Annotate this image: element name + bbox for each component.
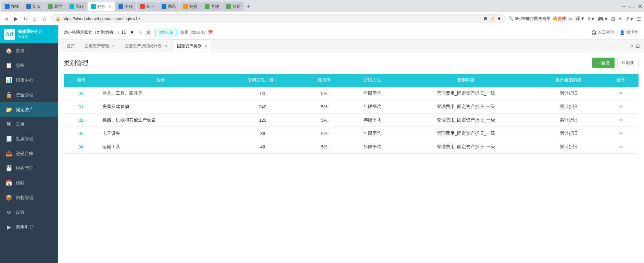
browser-tab-online[interactable]: 在线 <box>1 2 23 11</box>
sidebar-item-purchase-sale[interactable]: 📥 进销台账 <box>0 146 58 161</box>
tab-depreciation-label: 固定资产折旧统计表 <box>125 43 162 49</box>
sidebar-item-tax[interactable]: 💾 税务管理 <box>0 161 58 176</box>
col-header-method: 折旧方法 <box>346 74 399 87</box>
translate-icon[interactable]: 译▼ <box>576 16 585 22</box>
window-minimize-icon[interactable]: ─ <box>622 3 626 10</box>
url-expand-icon[interactable]: ▼ <box>497 16 502 21</box>
ledger-icon: 📋 <box>5 62 12 69</box>
tab-close-fixed-mgmt[interactable]: ✕ <box>112 44 115 48</box>
col-header-residual: 残值率 <box>302 74 346 87</box>
edit-icon[interactable]: ✏ <box>619 117 623 123</box>
tab-close-haokuai[interactable]: ✕ <box>108 4 111 9</box>
tab-close-all-button[interactable]: ✕ <box>630 43 634 49</box>
sidebar-item-home[interactable]: 🏠 首页 <box>0 43 58 58</box>
browser-tab-changti[interactable]: 畅提 <box>180 2 201 11</box>
user-info: 刘小艳演示账套（勿删勿动！）11 <box>64 29 126 35</box>
cell-expense: 管理费用_固定资产折旧_一级 <box>399 127 533 140</box>
nav-home-button[interactable]: ⌂ <box>32 15 38 23</box>
nav-forward-button[interactable]: ▶ <box>12 15 19 23</box>
refresh-button[interactable]: C 刷新 <box>617 58 639 68</box>
tab-category[interactable]: 固定资产类别 ✕ <box>173 41 212 51</box>
user-dropdown-icon[interactable]: ▼ <box>130 30 134 35</box>
grid-icon[interactable]: ⊞ <box>611 16 615 22</box>
cell-method: 年限平均 <box>346 100 399 113</box>
window-restore-icon[interactable]: ▭ <box>629 3 635 10</box>
nav-back-button[interactable]: ◀ <box>3 15 10 23</box>
window-close-icon[interactable]: ✕ <box>637 3 643 10</box>
logo-sub: 专业版 <box>18 35 42 39</box>
tab-home[interactable]: 首页 <box>62 41 79 51</box>
cell-name: 运输工具 <box>98 140 223 154</box>
browser-tab-qiye[interactable]: 企业 <box>137 2 158 11</box>
sidebar-item-salary[interactable]: 🛠 工资 <box>0 117 58 131</box>
url-dropdown-icon[interactable]: ⚙ <box>483 16 488 21</box>
edit-icon[interactable]: ✏ <box>619 104 623 109</box>
sidebar-item-settings[interactable]: ⚙ 设置 <box>0 205 58 220</box>
nav-refresh-button[interactable]: ↻ <box>22 15 29 23</box>
cell-depreciation: 累计折旧 <box>533 100 604 113</box>
cell-name: 房屋及建筑物 <box>98 100 223 113</box>
cell-depreciation: 累计折旧 <box>533 127 604 140</box>
tab-depreciation[interactable]: 固定资产折旧统计表 ✕ <box>120 41 172 51</box>
sidebar-item-funds[interactable]: 🔒 资金管理 <box>0 87 58 102</box>
cell-method: 年限平均 <box>346 113 399 127</box>
consult-button[interactable]: 🎧 人工咨询 <box>591 29 614 35</box>
sidebar-label-reports: 报表中心 <box>16 77 34 83</box>
user-avatar-area[interactable]: 👤 徐泽华 <box>620 29 639 35</box>
app-header: 刘小艳演示账套（勿删勿动！）11 ▼ + ⚙ 切到旧版 账期 2023-12 📅… <box>58 25 644 40</box>
tab-icon-new <box>26 4 31 9</box>
reports-icon: 📊 <box>5 77 12 83</box>
browser-tab-gedi[interactable]: 各地 <box>201 2 223 11</box>
edit-icon[interactable]: ✏ <box>619 91 623 96</box>
settings-header-icon[interactable]: ⚙ <box>146 29 151 36</box>
cell-code: 01 <box>64 100 98 113</box>
sidebar-label-archive: 归档管理 <box>16 195 34 201</box>
sidebar-item-ledger[interactable]: 📋 总账 <box>0 58 58 73</box>
browser-tab-yidai1[interactable]: 易代 <box>45 2 66 11</box>
tab-close-category[interactable]: ✕ <box>204 44 207 48</box>
purchase-sale-icon: 📥 <box>5 150 12 157</box>
tab-label-muqian: 目前 <box>232 4 241 10</box>
game-icon[interactable]: 🎮▼ <box>598 16 608 22</box>
cell-period: 240 <box>223 100 303 113</box>
menu-icon[interactable]: ☰ <box>637 16 641 22</box>
url-lightning-icon[interactable]: ⚡ <box>490 16 495 21</box>
url-bar[interactable]: 🔒 https://cloud.chanjet.com/accounting/u… <box>51 14 506 23</box>
cell-period: 36 <box>223 127 303 140</box>
sun-icon[interactable]: ☀ <box>618 16 622 22</box>
calendar-icon[interactable]: 📅 <box>208 30 213 35</box>
hot-search-label[interactable]: 🔥热搜 <box>553 16 566 22</box>
cell-method: 年限平均 <box>346 127 399 140</box>
new-tab-button[interactable]: + <box>244 3 252 10</box>
sidebar-item-settlement[interactable]: 📅 结账 <box>0 176 58 190</box>
sidebar-item-guide[interactable]: ▶ 新手引导 <box>0 220 58 235</box>
scissors-icon[interactable]: ✂ <box>569 16 573 22</box>
sidebar: 会计 畅捷通好会计 专业版 🏠 首页 📋 总账 📊 报表中心 🔒 资金管理 <box>0 25 58 263</box>
cell-name: 电子设备 <box>98 127 223 140</box>
browser-tab-muqian[interactable]: 目前 <box>223 2 244 11</box>
sidebar-item-fixed-assets[interactable]: 📁 固定资产 <box>0 102 58 117</box>
browser-tab-geshui[interactable]: 个税 <box>115 2 136 11</box>
history-icon[interactable]: ↺▼ <box>625 16 634 22</box>
edit-icon[interactable]: ✏ <box>619 144 623 150</box>
sidebar-item-archive[interactable]: 📦 归档管理 <box>0 190 58 205</box>
edit-icon[interactable]: ✏ <box>619 131 623 136</box>
sidebar-item-invoice[interactable]: 🧾 发票管理 <box>0 131 58 146</box>
tab-fixed-mgmt[interactable]: 固定资产管理 ✕ <box>80 41 119 51</box>
currency-icon[interactable]: ¥▼ <box>588 16 595 22</box>
sidebar-item-reports[interactable]: 📊 报表中心 <box>0 73 58 87</box>
add-category-button[interactable]: + 新增 <box>592 58 615 68</box>
browser-tab-haokuai[interactable]: 好会 ✕ <box>88 2 115 11</box>
tab-close-depreciation[interactable]: ✕ <box>164 44 167 48</box>
nav-bookmark-button[interactable]: ☆ <box>41 15 48 23</box>
fixed-assets-icon: 📁 <box>5 106 12 113</box>
switch-version-button[interactable]: 切到旧版 <box>155 29 176 36</box>
tab-label-gedi: 各地 <box>211 4 219 10</box>
browser-tab-yidai2[interactable]: 易代 <box>66 2 87 11</box>
browser-tab-tengxun[interactable]: 腾讯 <box>158 2 179 11</box>
cell-action: ✏ <box>604 140 639 154</box>
tab-maximize-button[interactable]: ⊡ <box>636 43 640 49</box>
add-button[interactable]: + <box>138 29 142 36</box>
browser-tab-new[interactable]: 新版 <box>23 2 44 11</box>
invoice-icon: 🧾 <box>5 135 12 142</box>
